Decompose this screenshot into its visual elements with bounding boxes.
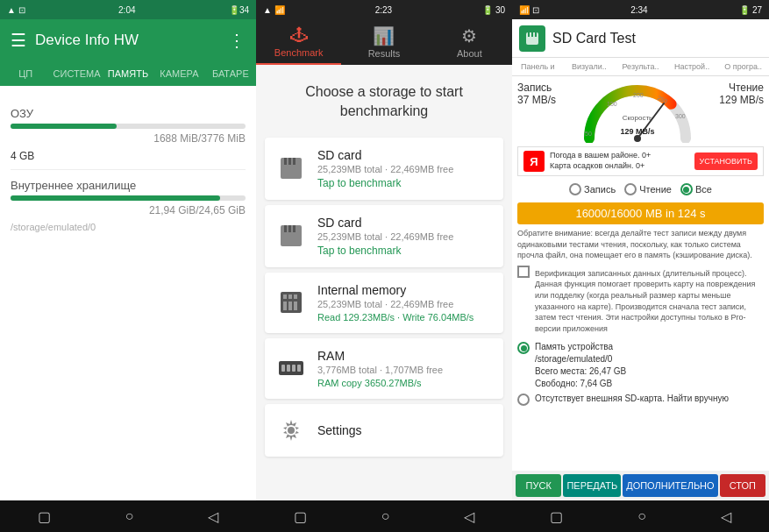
nav-circle-1[interactable]: ○ — [125, 508, 134, 524]
settings-item[interactable]: Settings — [265, 404, 503, 457]
nav-circle-3[interactable]: ○ — [637, 508, 646, 524]
tabs-1: ЦП СИСТЕМА ПАМЯТЬ КАМЕРА БАТАРЕ — [0, 61, 256, 88]
tab3-results[interactable]: Результа.. — [615, 58, 666, 75]
settings-icon — [275, 415, 307, 446]
bottom-buttons: ПУСК ПЕРЕДАТЬ ДОПОЛНИТЕЛЬНО СТОП — [512, 471, 769, 500]
svg-rect-26 — [535, 32, 537, 37]
memory-label-2: Отсутствует внешняя SD-карта. Найти вруч… — [535, 393, 729, 405]
nav-square-1[interactable]: ▢ — [38, 508, 51, 525]
write-value: 37 MB/s — [517, 94, 556, 106]
sdcard1-info: SD card 25,239MB total · 22,469MB free T… — [317, 148, 493, 189]
tab-memory[interactable]: ПАМЯТЬ — [103, 61, 153, 88]
sdcard1-name: SD card — [317, 148, 493, 162]
nav-square-2[interactable]: ▢ — [294, 508, 307, 525]
svg-rect-10 — [288, 294, 292, 299]
status-bar-3: 📶 ⊡ 2:34 🔋 27 — [512, 0, 769, 19]
app-title-1: Device Info HW — [35, 32, 219, 49]
svg-rect-11 — [294, 294, 297, 299]
sdcard2-size: 25,239MB total · 22,469MB free — [317, 231, 493, 242]
write-label: Запись — [517, 82, 556, 94]
status-icons-left-2: ▲ 📶 — [263, 5, 285, 15]
verify-checkbox[interactable] — [517, 266, 530, 278]
benchmark-icon: 🕹 — [290, 25, 308, 46]
start-button[interactable]: ПУСК — [516, 474, 561, 497]
svg-rect-9 — [283, 294, 287, 299]
panel-benchmark: ▲ 📶 2:23 🔋 30 🕹 Benchmark 📊 Results ⚙ Ab… — [256, 0, 512, 532]
speed-row: Запись 37 MB/s — [517, 82, 764, 143]
results-icon: 📊 — [373, 25, 395, 46]
ram-usage: 1688 MiB/3776 MiB — [11, 132, 246, 145]
tab-battery[interactable]: БАТАРЕ — [205, 61, 256, 86]
storage-item-internal[interactable]: Internal memory 25,239MB total · 22,469M… — [265, 273, 503, 333]
tab3-visual[interactable]: Визуали.. — [564, 58, 616, 75]
tab3-settings[interactable]: Настрой.. — [666, 58, 718, 75]
svg-text:200: 200 — [633, 92, 644, 98]
radio-read[interactable]: Чтение — [624, 183, 672, 195]
svg-text:150: 150 — [607, 101, 617, 107]
benchmark-header: Choose a storage to start benchmarking — [256, 65, 512, 132]
toolbar-1: ☰ Device Info HW ⋮ — [0, 19, 256, 61]
svg-text:129 MB/s: 129 MB/s — [621, 127, 655, 136]
svg-rect-3 — [293, 158, 295, 165]
stop-button[interactable]: СТОП — [720, 474, 765, 497]
menu-icon-1[interactable]: ☰ — [11, 30, 26, 51]
memory-option-1[interactable]: Память устройства/storage/emulated/0Всег… — [517, 341, 764, 390]
radio-read-circle — [624, 183, 637, 195]
progress-strip: 16000/16000 MB in 124 s — [517, 202, 764, 224]
tab-about[interactable]: ⚙ About — [427, 19, 512, 65]
sdcard2-info: SD card 25,239MB total · 22,469MB free T… — [317, 216, 493, 257]
memory-radio-1 — [517, 342, 530, 354]
panel-sdcard-test: 📶 ⊡ 2:34 🔋 27 SD Card Test Панель и Визу… — [512, 0, 769, 532]
ad-banner: Я Погода в вашем районе. 0+ Карта осадко… — [517, 146, 764, 176]
nav-triangle-3[interactable]: ◁ — [721, 508, 731, 525]
nav-triangle-2[interactable]: ◁ — [464, 508, 474, 525]
install-button[interactable]: УСТАНОВИТЬ — [694, 153, 758, 170]
storage-item-ram[interactable]: RAM 3,776MB total · 1,707MB free RAM cop… — [265, 338, 503, 399]
svg-rect-5 — [284, 225, 287, 232]
nav-square-3[interactable]: ▢ — [550, 508, 563, 525]
svg-text:Скорость: Скорость — [623, 114, 653, 122]
ram-icon — [275, 352, 307, 384]
status-time-3: 2:34 — [630, 5, 647, 15]
tab-camera[interactable]: КАМЕРА — [153, 61, 204, 86]
radio-all[interactable]: Все — [680, 183, 712, 195]
tab3-panel[interactable]: Панель и — [512, 58, 564, 75]
sdcard1-tap[interactable]: Tap to benchmark — [317, 177, 493, 189]
sdcard2-tap[interactable]: Tap to benchmark — [317, 245, 493, 257]
more-icon-1[interactable]: ⋮ — [228, 30, 246, 51]
storage-item-sdcard1[interactable]: SD card 25,239MB total · 22,469MB free T… — [265, 138, 503, 200]
sdcard1-icon — [275, 153, 307, 184]
panel2-content: Choose a storage to start benchmarking S… — [256, 65, 512, 500]
tab-system[interactable]: СИСТЕМА — [51, 61, 102, 86]
tab-benchmark[interactable]: 🕹 Benchmark — [256, 19, 341, 65]
transfer-button[interactable]: ПЕРЕДАТЬ — [563, 474, 621, 497]
panel-device-info: ▲ ⊡ 2:04 🔋34 ☰ Device Info HW ⋮ ЦП СИСТЕ… — [0, 0, 256, 532]
ram-total: 4 GB — [11, 150, 246, 162]
memory-option-2[interactable]: Отсутствует внешняя SD-карта. Найти вруч… — [517, 393, 764, 406]
internal-icon — [275, 287, 307, 318]
status-icons-left-3: 📶 ⊡ — [519, 5, 539, 15]
radio-write-label: Запись — [584, 184, 616, 195]
ram-speed: RAM copy 3650.27MB/s — [317, 378, 493, 388]
speed-gauge: 50 150 200 250 300 Скорость 129 MB/s — [580, 82, 694, 143]
tab-results[interactable]: 📊 Results — [341, 19, 426, 65]
memory-label-1: Память устройства/storage/emulated/0Всег… — [535, 341, 626, 390]
extra-button[interactable]: ДОПОЛНИТЕЛЬНО — [623, 474, 717, 497]
tab-cpu[interactable]: ЦП — [0, 61, 51, 86]
nav-triangle-1[interactable]: ◁ — [208, 508, 218, 525]
radio-read-label: Чтение — [639, 184, 672, 195]
storage-item-sdcard2[interactable]: SD card 25,239MB total · 22,469MB free T… — [265, 205, 503, 267]
sdcard-test-title: SD Card Test — [552, 31, 762, 46]
tab3-about[interactable]: О програ.. — [717, 58, 769, 75]
ad-text: Погода в вашем районе. 0+ Карта осадков … — [550, 151, 689, 171]
svg-rect-12 — [283, 301, 287, 310]
radio-write[interactable]: Запись — [569, 183, 616, 195]
ram-info: RAM 3,776MB total · 1,707MB free RAM cop… — [317, 349, 493, 388]
internal-size: 25,239MB total · 22,469MB free — [317, 299, 493, 309]
nav-circle-2[interactable]: ○ — [381, 508, 390, 524]
yandex-logo: Я — [523, 151, 545, 172]
svg-text:50: 50 — [585, 131, 592, 137]
nav-bar-3: ▢ ○ ◁ — [512, 500, 769, 532]
svg-rect-19 — [297, 365, 301, 372]
verify-row: Верификация записанных данных (длительны… — [517, 265, 764, 338]
